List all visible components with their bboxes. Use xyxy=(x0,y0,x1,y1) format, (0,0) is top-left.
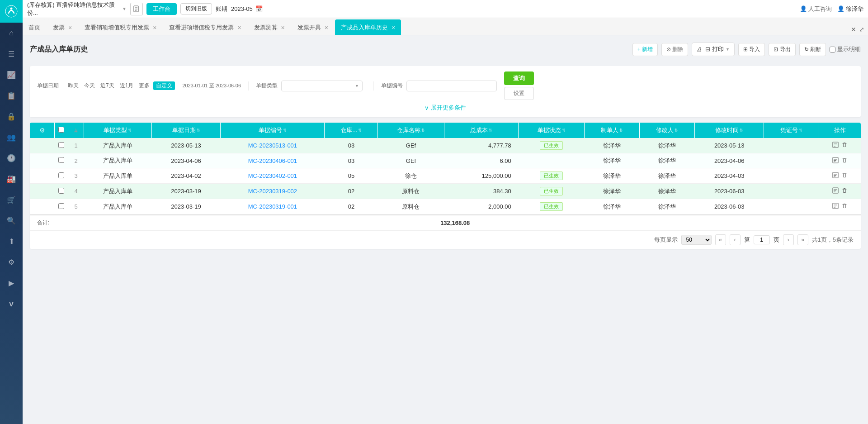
cost-col-header[interactable]: 总成本 ⇅ xyxy=(444,123,519,138)
tab-invoice-calc[interactable]: 发票测算 × xyxy=(248,19,291,35)
calendar-icon[interactable]: 📅 xyxy=(255,5,263,12)
page-size-select[interactable]: 50 10 20 100 xyxy=(681,235,712,245)
sidebar-item-lock[interactable]: 🔒 xyxy=(0,106,23,127)
next-page-btn[interactable]: › xyxy=(783,234,794,245)
wh-code-sort-icon[interactable]: ⇅ xyxy=(358,128,362,133)
tab-input-vat[interactable]: 查看进项增值税专用发票 × xyxy=(163,19,247,35)
date-today[interactable]: 今天 xyxy=(82,81,97,90)
company-selector[interactable]: (库存核算) 直播轻纯通信息技术股份... ▼ xyxy=(27,1,127,17)
row-delete-icon[interactable] xyxy=(841,172,848,180)
sidebar-item-clock[interactable]: 🕐 xyxy=(0,148,23,168)
tab-invoice-calc-close[interactable]: × xyxy=(281,24,285,31)
tab-sales-vat-close[interactable]: × xyxy=(153,24,156,31)
date-more[interactable]: 更多 xyxy=(137,81,151,90)
new-button[interactable]: + 新增 xyxy=(632,43,658,56)
tab-product-inbound-close[interactable]: × xyxy=(392,24,395,31)
tab-product-inbound[interactable]: 产成品入库单历史 × xyxy=(335,19,401,35)
tab-close-all-icon[interactable]: ✕ xyxy=(851,26,856,33)
date-7days[interactable]: 近7天 xyxy=(99,81,116,90)
row-number-cell[interactable]: MC-20230319-002 xyxy=(221,184,325,199)
row-edit-icon[interactable] xyxy=(832,172,839,180)
sidebar-item-warehouse[interactable]: 🏭 xyxy=(0,168,23,189)
sidebar-item-search[interactable]: 🔍 xyxy=(0,210,23,231)
number-col-header[interactable]: 单据编号 ⇅ xyxy=(221,123,325,138)
tab-invoice-open-close[interactable]: × xyxy=(325,24,328,31)
first-page-btn[interactable]: « xyxy=(715,234,726,245)
row-checkbox[interactable] xyxy=(58,188,64,194)
query-button[interactable]: 查询 xyxy=(504,71,534,85)
row-checkbox[interactable] xyxy=(58,203,64,209)
row-number-cell[interactable]: MC-20230406-001 xyxy=(221,153,325,168)
sidebar-item-v[interactable]: V xyxy=(0,293,23,314)
row-checkbox-cell[interactable] xyxy=(55,153,68,168)
creator-col-header[interactable]: 制单人 ⇅ xyxy=(585,123,640,138)
doc-icon-btn[interactable] xyxy=(130,3,143,15)
type-sort-icon[interactable]: ⇅ xyxy=(128,128,132,133)
display-toggle[interactable]: 显示明细 xyxy=(830,45,861,53)
sidebar-item-upload[interactable]: ⬆ xyxy=(0,231,23,252)
type-select[interactable] xyxy=(281,81,363,91)
row-checkbox-cell[interactable] xyxy=(55,199,68,214)
tab-invoice-close[interactable]: × xyxy=(68,24,72,31)
tab-input-vat-close[interactable]: × xyxy=(237,24,241,31)
modify-time-sort-icon[interactable]: ⇅ xyxy=(740,128,743,133)
number-filter-input[interactable] xyxy=(406,81,497,91)
select-all-checkbox[interactable] xyxy=(58,127,64,133)
sidebar-item-cart[interactable]: 🛒 xyxy=(0,189,23,210)
modifier-col-header[interactable]: 修改人 ⇅ xyxy=(640,123,695,138)
row-edit-icon[interactable] xyxy=(832,187,839,195)
row-delete-icon[interactable] xyxy=(841,203,848,210)
row-checkbox[interactable] xyxy=(58,172,64,178)
row-delete-icon[interactable] xyxy=(841,142,848,149)
row-checkbox-cell[interactable] xyxy=(55,184,68,199)
status-col-header[interactable]: 单据状态 ⇅ xyxy=(519,123,585,138)
row-checkbox[interactable] xyxy=(58,142,64,148)
row-edit-icon[interactable] xyxy=(832,142,839,149)
sidebar-item-play[interactable]: ▶ xyxy=(0,272,23,293)
export-button[interactable]: ⊡ 导出 xyxy=(769,43,795,56)
row-number-cell[interactable]: MC-20230319-001 xyxy=(221,199,325,214)
help-btn[interactable]: 👤 人工咨询 xyxy=(800,5,832,13)
date-col-header[interactable]: 单据日期 ⇅ xyxy=(151,123,221,138)
tab-invoice[interactable]: 发票 × xyxy=(47,19,78,35)
print-button[interactable]: 🖨 ⊟ 打印 ▼ xyxy=(692,43,735,56)
sidebar-item-chart[interactable]: 📈 xyxy=(0,64,23,85)
sidebar-item-settings[interactable]: ⚙ xyxy=(0,252,23,272)
settings-col-icon[interactable]: ⚙ xyxy=(39,127,45,134)
sidebar-item-people[interactable]: 👥 xyxy=(0,127,23,148)
tab-sales-vat[interactable]: 查看销项增值税专用发票 × xyxy=(79,19,162,35)
page-number-input[interactable] xyxy=(754,235,770,244)
date-sort-icon[interactable]: ⇅ xyxy=(197,128,200,133)
wh-code-col-header[interactable]: 仓库... ⇅ xyxy=(325,123,378,138)
date-custom[interactable]: 自定义 xyxy=(153,81,175,90)
expand-more-btn[interactable]: ∨ 展开更多条件 xyxy=(37,104,854,112)
row-number-link[interactable]: MC-20230319-002 xyxy=(248,188,297,195)
checkbox-col-header[interactable] xyxy=(55,123,68,138)
number-sort-icon[interactable]: ⇅ xyxy=(283,128,287,133)
tab-fullscreen-icon[interactable]: ⤢ xyxy=(859,26,864,33)
row-checkbox[interactable] xyxy=(58,157,64,163)
status-sort-icon[interactable]: ⇅ xyxy=(562,128,566,133)
last-page-btn[interactable]: » xyxy=(797,234,808,245)
date-yesterday[interactable]: 昨天 xyxy=(66,81,80,90)
tab-home[interactable]: 首页 xyxy=(23,19,46,35)
prev-page-btn[interactable]: ‹ xyxy=(730,234,741,245)
modifier-sort-icon[interactable]: ⇅ xyxy=(675,128,678,133)
row-number-link[interactable]: MC-20230406-001 xyxy=(248,157,297,164)
switch-old-button[interactable]: 切到旧版 xyxy=(180,3,212,14)
user-menu[interactable]: 👤 徐泽华 xyxy=(837,5,863,13)
tab-invoice-open[interactable]: 发票开具 × xyxy=(292,19,334,35)
sidebar-item-bill[interactable]: 📋 xyxy=(0,85,23,106)
sidebar-item-home[interactable]: ⌂ xyxy=(0,23,23,43)
row-edit-icon[interactable] xyxy=(832,203,839,210)
row-delete-icon[interactable] xyxy=(841,157,848,165)
row-delete-icon[interactable] xyxy=(841,187,848,195)
row-number-cell[interactable]: MC-20230402-001 xyxy=(221,168,325,184)
creator-sort-icon[interactable]: ⇅ xyxy=(619,128,623,133)
settings-button[interactable]: 设置 xyxy=(504,87,534,100)
voucher-col-header[interactable]: 凭证号 ⇅ xyxy=(764,123,819,138)
sidebar-item-doc[interactable]: ☰ xyxy=(0,43,23,64)
row-number-link[interactable]: MC-20230319-001 xyxy=(248,203,297,210)
wh-name-sort-icon[interactable]: ⇅ xyxy=(421,128,425,133)
modify-time-col-header[interactable]: 修改时间 ⇅ xyxy=(695,123,764,138)
